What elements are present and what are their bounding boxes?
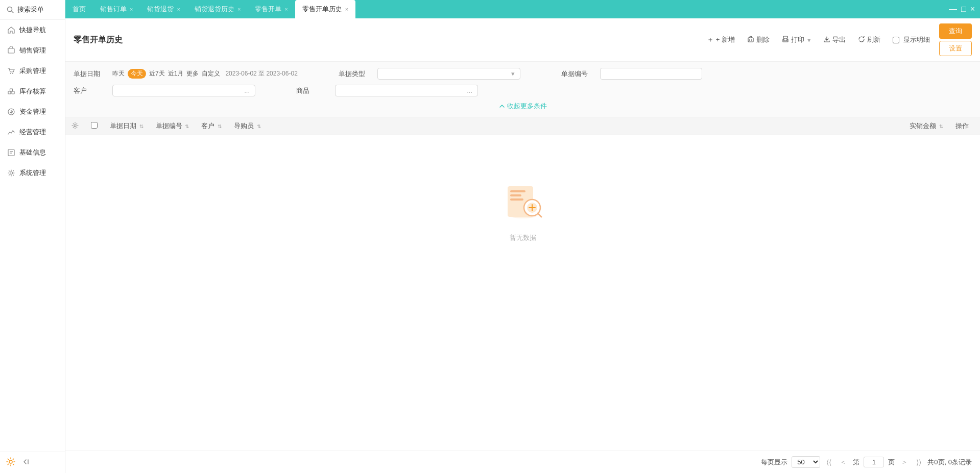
sidebar-item-purchase[interactable]: 采购管理 <box>0 61 65 81</box>
svg-point-22 <box>74 125 76 127</box>
th-number-label: 单据编号 <box>156 122 182 130</box>
sidebar-item-inventory[interactable]: 库存核算 <box>0 81 65 102</box>
first-page-btn[interactable]: ⟨⟨ <box>824 457 833 467</box>
th-customer-sort[interactable]: ⇅ <box>218 123 222 129</box>
th-date[interactable]: 单据日期 ⇅ <box>104 117 150 135</box>
refresh-button[interactable]: 刷新 <box>855 33 883 46</box>
delete-label: 删除 <box>756 35 770 44</box>
display-toggle[interactable]: 显示明细 <box>890 33 933 46</box>
th-amount[interactable]: 实销金额 ⇅ <box>903 117 949 135</box>
tab-sales-return-history[interactable]: 销货退货历史 × <box>187 0 248 18</box>
query-button[interactable]: 查询 <box>939 23 972 39</box>
th-number[interactable]: 单据编号 ⇅ <box>150 117 196 135</box>
print-icon <box>782 36 789 44</box>
prev-page-btn[interactable]: ＜ <box>838 457 849 468</box>
shortcut-today[interactable]: 今天 <box>128 69 146 79</box>
th-checkbox[interactable] <box>85 117 104 135</box>
main-area: 首页 销售订单 × 销货退货 × 销货退货历史 × 零售开单 × 零售开单历史 … <box>65 0 980 473</box>
sidebar-search-label: 搜索采单 <box>17 5 44 14</box>
customer-dots[interactable]: ... <box>244 87 250 94</box>
home-icon <box>6 25 16 35</box>
th-customer[interactable]: 客户 ⇅ <box>195 117 228 135</box>
sidebar-item-base-info[interactable]: 基础信息 <box>0 142 65 163</box>
th-spacer <box>267 117 904 135</box>
collapse-sidebar-icon[interactable] <box>20 457 30 468</box>
sidebar-item-sales[interactable]: 销售管理 <box>0 40 65 61</box>
tab-retail-open[interactable]: 零售开单 × <box>248 0 295 18</box>
tab-sales-return-history-close[interactable]: × <box>237 6 241 12</box>
table-head: 单据日期 ⇅ 单据编号 ⇅ 客户 ⇅ 导购员 ⇅ <box>65 117 980 135</box>
last-page-btn[interactable]: ⟩⟩ <box>914 457 923 467</box>
export-button[interactable]: 导出 <box>820 33 849 46</box>
th-date-label: 单据日期 <box>110 122 136 130</box>
print-arrow[interactable]: ▾ <box>807 36 811 44</box>
toolbar: ＋ + 新增 删除 打印 ▾ <box>704 23 972 56</box>
print-label: 打印 <box>791 35 804 44</box>
tab-sales-order-label: 销售订单 <box>100 5 127 14</box>
tab-retail-history[interactable]: 零售开单历史 × <box>295 0 355 18</box>
number-input[interactable] <box>600 68 702 80</box>
svg-rect-26 <box>510 194 521 196</box>
th-amount-sort[interactable]: ⇅ <box>939 123 943 129</box>
page-number-input[interactable]: 1 <box>864 457 884 467</box>
search-icon <box>6 6 14 14</box>
collapse-row: 收起更多条件 <box>74 102 972 111</box>
shortcut-more[interactable]: 更多 <box>186 69 199 78</box>
table-container: 单据日期 ⇅ 单据编号 ⇅ 客户 ⇅ 导购员 ⇅ <box>65 117 980 451</box>
delete-button[interactable]: 删除 <box>744 33 773 46</box>
data-table: 单据日期 ⇅ 单据编号 ⇅ 客户 ⇅ 导购员 ⇅ <box>65 117 980 135</box>
sidebar-item-system[interactable]: 系统管理 <box>0 163 65 183</box>
page-title: 零售开单历史 <box>74 35 123 45</box>
add-button[interactable]: ＋ + 新增 <box>704 33 738 46</box>
page-label: 页 <box>888 458 895 467</box>
customer-filter-label: 客户 <box>74 86 102 95</box>
svg-point-13 <box>9 460 12 463</box>
tab-bar: 首页 销售订单 × 销货退货 × 销货退货历史 × 零售开单 × 零售开单历史 … <box>65 0 980 18</box>
tab-retail-open-label: 零售开单 <box>255 5 281 14</box>
operations-icon <box>6 127 16 137</box>
print-button[interactable]: 打印 ▾ <box>779 33 814 46</box>
system-icon <box>6 168 16 178</box>
window-minimize[interactable]: — <box>949 5 957 14</box>
shortcut-7days[interactable]: 近7天 <box>149 69 165 78</box>
collapse-button[interactable]: 收起更多条件 <box>499 102 547 111</box>
svg-rect-25 <box>510 190 525 192</box>
goods-dots[interactable]: ... <box>467 87 472 94</box>
th-salesperson-sort[interactable]: ⇅ <box>257 123 261 129</box>
tab-sales-order-close[interactable]: × <box>130 6 133 12</box>
sidebar-item-operations[interactable]: 经营管理 <box>0 122 65 142</box>
per-page-select[interactable]: 10 20 50 100 <box>792 456 820 468</box>
type-select[interactable]: ▾ <box>377 68 520 80</box>
svg-rect-7 <box>10 89 13 91</box>
th-settings[interactable] <box>65 117 85 135</box>
svg-rect-15 <box>748 38 753 42</box>
shortcut-1month[interactable]: 近1月 <box>168 69 184 78</box>
next-page-btn[interactable]: ＞ <box>899 457 910 468</box>
tab-sales-order[interactable]: 销售订单 × <box>93 0 140 18</box>
tab-sales-return-close[interactable]: × <box>177 6 180 12</box>
tab-retail-history-close[interactable]: × <box>345 6 348 12</box>
tab-sales-return[interactable]: 销货退货 × <box>140 0 187 18</box>
window-close[interactable]: × <box>970 5 975 14</box>
tab-home[interactable]: 首页 <box>65 0 93 18</box>
shortcut-yesterday[interactable]: 昨天 <box>112 69 125 78</box>
settings-bottom-icon[interactable] <box>6 457 15 468</box>
display-checkbox[interactable] <box>893 37 899 43</box>
th-date-sort[interactable]: ⇅ <box>139 123 144 129</box>
th-number-sort[interactable]: ⇅ <box>185 123 189 129</box>
inventory-icon <box>6 86 16 96</box>
sales-icon <box>6 45 16 56</box>
refresh-label: 刷新 <box>867 35 880 44</box>
tab-retail-open-close[interactable]: × <box>284 6 288 12</box>
sidebar-item-quick-nav[interactable]: 快捷导航 <box>0 20 65 40</box>
content-area: 零售开单历史 ＋ + 新增 删除 打印 ▾ <box>65 18 980 473</box>
window-maximize[interactable]: □ <box>961 5 966 14</box>
sidebar-item-finance[interactable]: 资金管理 <box>0 102 65 122</box>
sidebar-search[interactable]: 搜索采单 <box>0 0 65 20</box>
shortcut-custom[interactable]: 自定义 <box>202 69 220 78</box>
th-salesperson[interactable]: 导购员 ⇅ <box>228 117 267 135</box>
select-all-checkbox[interactable] <box>91 122 98 129</box>
setting-button[interactable]: 设置 <box>939 41 972 56</box>
th-actions: 操作 <box>949 117 980 135</box>
page-word: 第 <box>853 458 859 467</box>
